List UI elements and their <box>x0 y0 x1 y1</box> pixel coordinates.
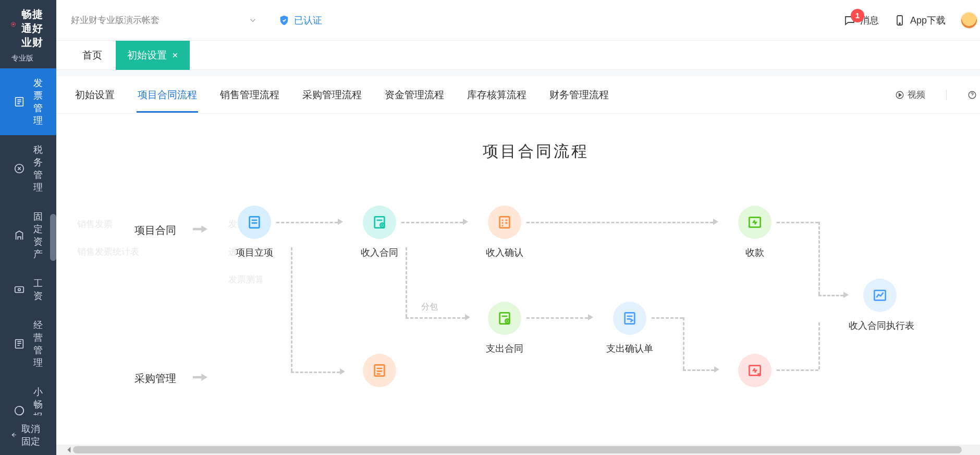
sidebar-item-tax[interactable]: 税务管理 <box>0 135 56 202</box>
connector <box>818 222 820 295</box>
svg-point-14 <box>899 23 900 24</box>
download-label: App下载 <box>910 14 946 27</box>
sidebar-unpin-label: 取消固定 <box>21 423 46 448</box>
video-label: 视频 <box>908 89 925 101</box>
money-icon <box>746 214 763 231</box>
account-select[interactable]: 好业财专业版演示帐套 <box>71 14 264 26</box>
document-plus-icon <box>496 310 513 327</box>
sidebar-item-asset[interactable]: 固定资产 <box>0 202 56 269</box>
connector <box>291 372 340 373</box>
play-icon <box>895 90 904 100</box>
arrow-icon <box>193 225 207 233</box>
sidebar-item-salary[interactable]: 工资 <box>0 269 56 310</box>
sidebar-item-label: 税务管理 <box>33 143 43 194</box>
topbar: 好业财专业版演示帐套 已认证 1 消息 <box>56 0 980 41</box>
node-income-contract[interactable]: 收入合同 <box>348 206 411 259</box>
chart-icon <box>872 287 888 304</box>
connector <box>526 317 588 319</box>
arrowhead-icon <box>465 314 470 320</box>
close-icon[interactable]: ✕ <box>172 51 178 59</box>
svg-rect-22 <box>500 313 510 324</box>
main: 好业财专业版演示帐套 已认证 1 消息 <box>56 0 980 455</box>
download-button[interactable]: App下载 <box>893 14 946 27</box>
arrowhead-icon <box>843 292 849 298</box>
sub-tab-funds[interactable]: 资金管理流程 <box>384 78 445 112</box>
tab-label: 首页 <box>82 49 102 62</box>
horizontal-scrollbar-area <box>56 445 980 455</box>
message-badge: 1 <box>851 9 864 22</box>
node-expense-confirm[interactable]: 支出确认单 <box>598 302 661 355</box>
sub-tabs: 初始设置 项目合同流程 销售管理流程 采购管理流程 资金管理流程 库存核算流程 … <box>56 76 980 114</box>
arrowhead-icon <box>340 368 345 375</box>
video-button[interactable]: 视频 <box>895 89 925 101</box>
flow-diagram-scroll[interactable]: 销售发票 销售发票统计表 发票列表 进销稽核 发票测算 项目合同流程 项目合同 <box>56 114 980 445</box>
reimburse-icon <box>14 405 25 415</box>
horizontal-scrollbar-track <box>73 446 980 453</box>
account-name: 好业财专业版演示帐套 <box>71 14 160 26</box>
document-plus-icon <box>371 214 388 231</box>
brand-logo-icon <box>10 21 16 37</box>
invoice-icon <box>14 96 25 107</box>
connector <box>818 295 843 296</box>
svg-rect-3 <box>15 287 24 293</box>
arrow-icon <box>193 374 207 381</box>
connector <box>291 247 292 372</box>
row-label-purchase: 采购管理 <box>134 372 176 386</box>
node-purchase-request[interactable] <box>348 354 411 394</box>
chevron-down-icon <box>248 16 258 25</box>
sidebar-scrollbar[interactable] <box>50 214 56 261</box>
connector <box>818 322 820 369</box>
node-income-confirm[interactable]: 收入确认 <box>473 206 536 259</box>
tab-initial-settings[interactable]: 初始设置 ✕ <box>116 41 190 70</box>
sidebar: 畅捷通好业财 专业版 发票管理 税务管理 固定资产 工资 经营管理 <box>0 0 56 455</box>
sidebar-unpin[interactable]: 取消固定 <box>0 415 56 455</box>
document-icon <box>246 214 263 231</box>
scroll-left-icon[interactable] <box>66 446 73 453</box>
connector <box>683 317 684 369</box>
tab-home[interactable]: 首页 <box>71 41 114 70</box>
brand-name: 畅捷通好业财 <box>21 7 46 50</box>
node-receipt[interactable]: 收款 <box>724 206 786 259</box>
sub-tab-purchase[interactable]: 采购管理流程 <box>301 78 363 112</box>
connector <box>401 222 463 223</box>
avatar-icon <box>960 11 978 29</box>
money-out-icon <box>746 362 763 379</box>
sidebar-item-manage[interactable]: 经营管理 <box>0 310 56 377</box>
user-menu[interactable]: 珠珠 <box>960 11 980 29</box>
help-button[interactable]: 帮助 <box>967 89 980 101</box>
sidebar-item-reimburse[interactable]: 小畅报销 <box>0 377 56 415</box>
help-icon <box>967 90 977 100</box>
horizontal-scrollbar[interactable] <box>73 446 962 453</box>
brand-edition: 专业版 <box>0 54 56 63</box>
sub-tab-inventory[interactable]: 库存核算流程 <box>466 78 528 112</box>
messages-button[interactable]: 1 消息 <box>843 14 879 27</box>
document-arrow-icon <box>621 310 638 327</box>
tab-label: 初始设置 <box>127 49 167 62</box>
tax-icon <box>14 163 25 174</box>
flow-title: 项目合同流程 <box>77 141 980 162</box>
node-project-init[interactable]: 项目立项 <box>223 206 286 259</box>
connector <box>777 369 818 371</box>
ghost-menu: 销售发票 销售发票统计表 <box>77 218 139 273</box>
node-income-exec-table[interactable]: 收入合同执行表 <box>849 279 911 332</box>
asset-icon <box>14 230 25 241</box>
sidebar-item-label: 发票管理 <box>33 77 43 127</box>
sidebar-item-label: 工资 <box>33 277 43 302</box>
arrowhead-icon <box>588 314 593 320</box>
connector <box>406 317 465 319</box>
sub-tab-sales[interactable]: 销售管理流程 <box>219 78 280 112</box>
verified-badge[interactable]: 已认证 <box>278 14 322 27</box>
sidebar-item-invoice[interactable]: 发票管理 <box>0 68 56 135</box>
node-payment[interactable] <box>724 354 786 394</box>
brand: 畅捷通好业财 <box>0 0 56 54</box>
sub-tab-project-contract[interactable]: 项目合同流程 <box>137 78 198 112</box>
sub-tab-finance[interactable]: 财务管理流程 <box>548 78 610 112</box>
sidebar-item-label: 小畅报销 <box>33 386 43 415</box>
arrowhead-icon <box>338 219 343 225</box>
connector <box>683 369 714 371</box>
sub-tab-initial[interactable]: 初始设置 <box>74 78 116 112</box>
document-icon <box>371 362 388 379</box>
connector <box>652 317 683 319</box>
sidebar-nav: 发票管理 税务管理 固定资产 工资 经营管理 小畅报销 <box>0 68 56 415</box>
node-expense-contract[interactable]: 支出合同 <box>473 302 536 355</box>
